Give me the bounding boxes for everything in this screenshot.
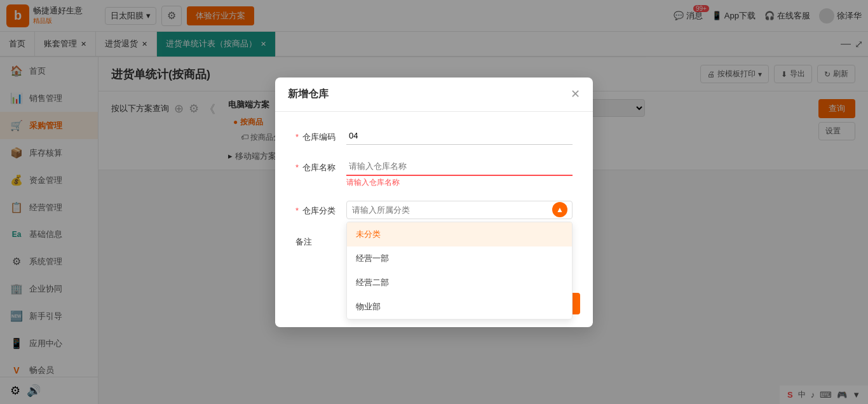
dropdown-item-dept2[interactable]: 经营二部 (347, 271, 572, 295)
form-row-code: * 仓库编码 (295, 127, 573, 145)
note-label: 备注 (295, 232, 346, 248)
form-row-category: * 仓库分类 ▲ 未分类 经营一部 经营二部 (295, 201, 573, 219)
category-dropdown: 未分类 经营一部 经营二部 物业部 (346, 222, 573, 320)
dropdown-item-uncategorized[interactable]: 未分类 (347, 222, 572, 246)
dropdown-item-dept1[interactable]: 经营一部 (347, 246, 572, 271)
category-toggle-btn[interactable]: ▲ (552, 202, 567, 217)
modal-overlay[interactable]: 新增仓库 ✕ * 仓库编码 * 仓库名称 (0, 0, 868, 404)
name-label: * 仓库名称 (295, 158, 346, 173)
category-input[interactable] (346, 201, 573, 219)
form-row-name: * 仓库名称 请输入仓库名称 (295, 158, 573, 188)
modal-close-button[interactable]: ✕ (571, 88, 580, 100)
category-input-wrap: ▲ 未分类 经营一部 经营二部 物业部 (346, 201, 573, 219)
code-label: * 仓库编码 (295, 127, 346, 143)
code-input-wrap (346, 127, 573, 145)
code-input[interactable] (346, 127, 573, 145)
name-input[interactable] (346, 158, 573, 176)
modal-header: 新增仓库 ✕ (275, 77, 593, 112)
category-label: * 仓库分类 (295, 201, 346, 217)
name-error-msg: 请输入仓库名称 (346, 177, 573, 188)
name-input-wrap: 请输入仓库名称 (346, 158, 573, 188)
modal-dialog: 新增仓库 ✕ * 仓库编码 * 仓库名称 (275, 77, 593, 327)
modal-body: * 仓库编码 * 仓库名称 请输入仓库名称 (275, 112, 593, 285)
modal-title: 新增仓库 (288, 88, 329, 101)
dropdown-item-property[interactable]: 物业部 (347, 295, 572, 319)
